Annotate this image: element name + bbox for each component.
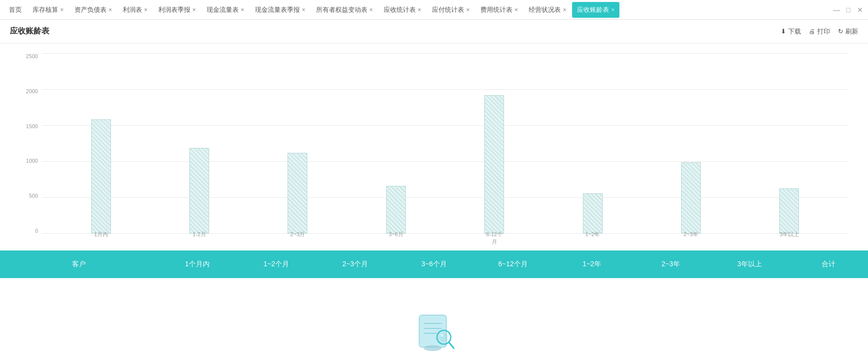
y-axis-label: 0 [35, 228, 38, 234]
bar-4 [484, 95, 504, 234]
tab-label-4: 利润表季报 [158, 5, 190, 14]
bar-6 [681, 162, 701, 234]
window-controls: — □ ✕ [832, 6, 864, 14]
tab-item-0[interactable]: 首页 [4, 2, 27, 18]
tab-item-7[interactable]: 所有者权益变动表× [311, 2, 378, 18]
th-cell-0: 客户 [0, 260, 158, 269]
page-header: 应收账龄表 ⬇ 下载 🖨 打印 ↻ 刷新 [0, 20, 868, 43]
y-axis-label: 500 [29, 193, 38, 199]
bar-2 [288, 153, 307, 234]
minimize-button[interactable]: — [832, 6, 840, 14]
y-axis-label: 2500 [26, 53, 38, 59]
download-icon: ⬇ [781, 28, 786, 35]
x-label-6: 2~3年 [681, 231, 701, 246]
tab-close-4[interactable]: × [192, 6, 196, 13]
svg-point-5 [424, 345, 441, 351]
tab-item-12[interactable]: 应收账龄表× [572, 2, 619, 18]
tab-close-6[interactable]: × [302, 6, 305, 13]
x-label-0: 1月内 [91, 231, 111, 246]
bar-group-0 [91, 119, 111, 234]
tab-label-11: 经营状况表 [529, 5, 561, 14]
download-label: 下载 [788, 27, 801, 36]
tab-close-7[interactable]: × [369, 6, 373, 13]
tab-close-9[interactable]: × [466, 6, 470, 13]
tab-close-12[interactable]: × [611, 6, 615, 13]
tab-item-1[interactable]: 库存核算× [28, 2, 69, 18]
refresh-button[interactable]: ↻ 刷新 [838, 27, 858, 36]
bar-1 [189, 148, 209, 234]
bar-0 [91, 119, 111, 234]
chart-inner: 25002000150010005000 1月内1-2月2~3月3~6月6-12… [20, 53, 848, 246]
x-label-3: 3~6月 [386, 231, 406, 246]
maximize-button[interactable]: □ [844, 6, 852, 14]
tab-label-5: 现金流量表 [207, 5, 239, 14]
tab-item-2[interactable]: 资产负债表× [70, 2, 117, 18]
tab-item-11[interactable]: 经营状况表× [524, 2, 571, 18]
refresh-label: 刷新 [845, 27, 858, 36]
x-label-5: 1~2年 [583, 231, 603, 246]
th-cell-5: 6~12个月 [473, 260, 552, 269]
th-cell-3: 2~3个月 [316, 260, 395, 269]
download-button[interactable]: ⬇ 下载 [781, 27, 801, 36]
y-axis-label: 2000 [26, 88, 38, 94]
table-header: 客户1个月内1~2个月2~3个月3~6个月6~12个月1~2年2~3年3年以上合… [0, 250, 868, 278]
y-axis: 25002000150010005000 [20, 53, 42, 246]
svg-line-8 [449, 342, 454, 348]
th-cell-8: 3年以上 [710, 260, 789, 269]
print-button[interactable]: 🖨 打印 [809, 27, 830, 36]
tab-label-10: 费用统计表 [480, 5, 512, 14]
tab-close-1[interactable]: × [60, 6, 64, 13]
tab-item-9[interactable]: 应付统计表× [427, 2, 474, 18]
svg-point-7 [439, 332, 449, 342]
tab-label-7: 所有者权益变动表 [316, 5, 367, 14]
x-label-4: 6-12个月 [484, 231, 504, 246]
main-content: 25002000150010005000 1月内1-2月2~3月3~6月6-12… [0, 43, 868, 355]
x-label-1: 1-2月 [189, 231, 209, 246]
y-axis-label: 1500 [26, 123, 38, 129]
tab-label-3: 利润表 [123, 5, 142, 14]
th-cell-9: 合计 [789, 260, 868, 269]
tab-label-8: 应收统计表 [384, 5, 416, 14]
bar-group-6 [681, 162, 701, 234]
print-label: 打印 [817, 27, 830, 36]
bar-5 [583, 193, 603, 234]
bar-7 [779, 188, 799, 234]
header-actions: ⬇ 下载 🖨 打印 ↻ 刷新 [781, 27, 858, 36]
th-cell-1: 1个月内 [158, 260, 237, 269]
tab-label-9: 应付统计表 [432, 5, 464, 14]
empty-icon [409, 308, 459, 355]
bar-group-2 [288, 153, 307, 234]
tab-close-2[interactable]: × [108, 6, 112, 13]
bar-group-5 [583, 193, 603, 234]
tab-label-6: 现金流量表季报 [255, 5, 300, 14]
tab-item-6[interactable]: 现金流量表季报× [250, 2, 310, 18]
chart-plot: 1月内1-2月2~3月3~6月6-12个月1~2年2~3年3年以上 [42, 53, 848, 246]
empty-state [0, 278, 868, 355]
tab-close-5[interactable]: × [241, 6, 244, 13]
tab-item-3[interactable]: 利润表× [118, 2, 152, 18]
tab-close-8[interactable]: × [418, 6, 421, 13]
tab-item-5[interactable]: 现金流量表× [202, 2, 249, 18]
th-cell-7: 2~3年 [631, 260, 710, 269]
th-cell-6: 1~2年 [552, 260, 631, 269]
tab-item-8[interactable]: 应收统计表× [379, 2, 426, 18]
tab-label-2: 资产负债表 [74, 5, 107, 14]
x-label-7: 3年以上 [779, 231, 799, 246]
chart-container: 25002000150010005000 1月内1-2月2~3月3~6月6-12… [20, 53, 848, 246]
bar-group-3 [386, 186, 406, 234]
tab-label-12: 应收账龄表 [577, 5, 609, 14]
bar-group-4 [484, 95, 504, 234]
bar-group-1 [189, 148, 209, 234]
tab-close-10[interactable]: × [514, 6, 518, 13]
tab-close-3[interactable]: × [144, 6, 147, 13]
bars-row [42, 53, 848, 234]
close-button[interactable]: ✕ [856, 6, 864, 14]
tab-label-0: 首页 [9, 5, 22, 14]
x-labels: 1月内1-2月2~3月3~6月6-12个月1~2年2~3年3年以上 [42, 231, 848, 246]
tab-item-10[interactable]: 费用统计表× [475, 2, 523, 18]
refresh-icon: ↻ [838, 28, 843, 35]
chart-area: 25002000150010005000 1月内1-2月2~3月3~6月6-12… [0, 43, 868, 250]
y-axis-label: 1000 [26, 158, 38, 164]
tab-item-4[interactable]: 利润表季报× [153, 2, 201, 18]
tab-close-11[interactable]: × [563, 6, 566, 13]
